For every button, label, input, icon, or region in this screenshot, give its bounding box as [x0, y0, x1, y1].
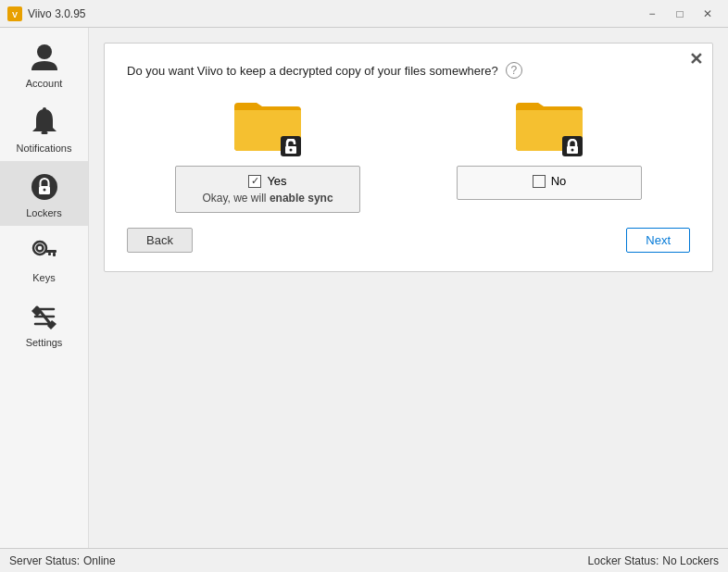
sidebar: Account Notifications Lockers — [0, 28, 89, 548]
sidebar-notifications-label: Notifications — [17, 143, 72, 154]
no-option: No — [408, 93, 690, 213]
svg-point-8 — [33, 242, 46, 255]
dialog-card: ✕ Do you want Viivo to keep a decrypted … — [104, 43, 713, 272]
dialog-close-button[interactable]: ✕ — [689, 51, 703, 68]
no-lock-badge — [562, 136, 583, 156]
help-icon[interactable]: ? — [506, 62, 522, 79]
yes-sublabel: Okay, we will enable sync — [187, 192, 348, 205]
sidebar-item-notifications[interactable]: Notifications — [0, 96, 88, 161]
sidebar-item-lockers[interactable]: Lockers — [0, 161, 88, 226]
yes-option: Yes Okay, we will enable sync — [127, 93, 408, 213]
server-status-prefix: Server Status: — [9, 554, 80, 567]
keys-icon — [28, 235, 61, 268]
close-button[interactable]: ✕ — [695, 5, 721, 23]
maximize-button[interactable]: □ — [667, 5, 693, 23]
app-title: Viivo 3.0.95 — [28, 7, 639, 20]
svg-rect-12 — [48, 253, 51, 255]
titlebar: V Viivo 3.0.95 − □ ✕ — [0, 0, 728, 28]
lock-circle-icon — [28, 170, 61, 204]
server-status: Server Status: Online — [9, 554, 116, 567]
svg-rect-3 — [41, 131, 47, 134]
no-label: No — [551, 174, 567, 188]
app-icon: V — [7, 6, 22, 21]
bell-icon — [28, 106, 61, 139]
nav-buttons: Back Next — [127, 228, 690, 253]
yes-label: Yes — [267, 174, 286, 188]
no-checkbox — [533, 175, 546, 188]
options-row: Yes Okay, we will enable sync — [127, 93, 690, 213]
window-controls: − □ ✕ — [639, 5, 721, 23]
server-status-value: Online — [83, 554, 116, 567]
sidebar-item-account[interactable]: Account — [0, 31, 88, 96]
minimize-button[interactable]: − — [639, 5, 665, 23]
next-button[interactable]: Next — [626, 228, 690, 253]
svg-point-20 — [571, 149, 574, 152]
yes-checkbox — [248, 175, 261, 188]
locker-status-prefix: Locker Status: — [588, 554, 659, 567]
svg-rect-10 — [45, 250, 56, 253]
yes-lock-badge — [281, 136, 301, 156]
sidebar-item-settings[interactable]: Settings — [0, 291, 88, 355]
svg-text:V: V — [12, 10, 18, 19]
yes-option-button[interactable]: Yes Okay, we will enable sync — [175, 166, 360, 213]
no-button-top: No — [469, 174, 630, 188]
svg-rect-4 — [43, 107, 46, 111]
settings-icon — [28, 300, 61, 333]
statusbar: Server Status: Online Locker Status: No … — [0, 548, 728, 572]
sidebar-settings-label: Settings — [26, 337, 63, 348]
svg-point-18 — [290, 149, 293, 152]
sidebar-lockers-label: Lockers — [26, 207, 62, 218]
svg-point-2 — [37, 44, 52, 59]
account-icon — [28, 41, 61, 74]
sidebar-item-keys[interactable]: Keys — [0, 226, 88, 291]
content-area: ✕ Do you want Viivo to keep a decrypted … — [89, 28, 728, 548]
svg-point-9 — [36, 245, 43, 252]
locker-status-value: No Lockers — [662, 554, 719, 567]
dialog-question: Do you want Viivo to keep a decrypted co… — [127, 62, 690, 79]
svg-rect-11 — [53, 253, 56, 256]
svg-point-7 — [43, 189, 45, 192]
question-text: Do you want Viivo to keep a decrypted co… — [127, 64, 498, 78]
sidebar-keys-label: Keys — [32, 272, 55, 283]
no-option-button[interactable]: No — [457, 166, 642, 200]
back-button[interactable]: Back — [127, 228, 193, 253]
main-layout: Account Notifications Lockers — [0, 28, 728, 548]
sidebar-account-label: Account — [26, 78, 63, 89]
yes-folder-icon-wrap — [231, 93, 305, 158]
no-folder-icon-wrap — [512, 93, 586, 158]
yes-button-top: Yes — [187, 174, 348, 188]
locker-status: Locker Status: No Lockers — [588, 554, 719, 567]
